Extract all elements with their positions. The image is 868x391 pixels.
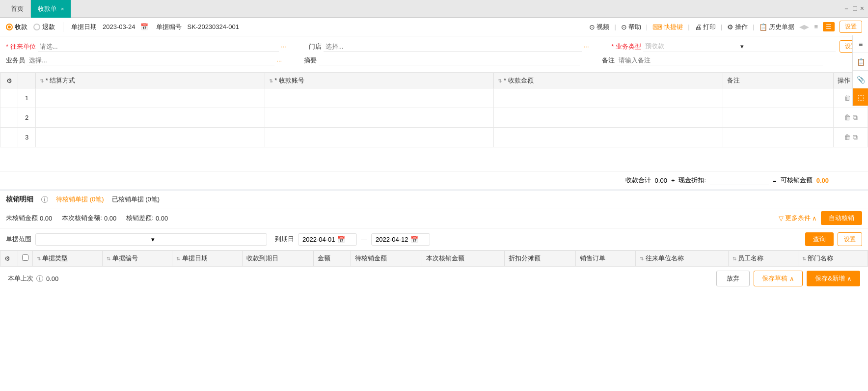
date-icon[interactable]: 📅 [140,23,148,30]
sidebar-icon-2[interactable]: 📋 [853,53,868,71]
radio-refund-circle [33,24,40,30]
store-more-btn[interactable]: ··· [584,43,589,50]
operation-btn[interactable]: ⚙ 操作 [727,23,748,31]
sidebar-icon-4[interactable]: ⬚ [853,88,868,106]
reconcile-section: 核销明细 ℹ 待核销单据 (0笔) 已核销单据 (0笔) 未核销金额 0.00 … [0,189,868,266]
maximize-btn[interactable]: □ [853,4,857,13]
save-draft-btn[interactable]: 保存草稿 ∧ [754,271,803,286]
help-btn[interactable]: ⊙ 帮助 [621,23,641,31]
video-btn[interactable]: ⊙ 视频 [589,23,609,31]
rcol-doc-no: ⇅ 单据编号 [103,251,172,266]
settings-btn[interactable]: 设置 [840,21,862,33]
reconcile-settings-btn[interactable]: 设置 [838,232,862,246]
tab-pending[interactable]: 待核销单据 (0笔) [56,195,104,204]
minimize-btn[interactable]: － [843,4,850,13]
operation-icon: ⚙ [727,23,733,31]
auto-reconcile-btn[interactable]: 自动核销 [821,211,862,225]
rcol-this-time: 本次核销金额 [422,251,504,266]
window-controls: － □ × [843,4,864,13]
row-copy-icon-2[interactable]: ⧉ [853,113,858,122]
row-copy-icon-3[interactable]: ⧉ [853,133,858,141]
rcol-due-date: 收款到期日 [242,251,313,266]
store-input[interactable] [324,42,582,52]
row-delete-icon-1[interactable]: 🗑 [844,94,851,102]
calendar-icon-to: 📅 [410,236,418,243]
help-icon: ⊙ [621,23,627,31]
partner-more-btn[interactable]: ··· [281,43,286,50]
radio-receipt[interactable]: 收款 [6,23,27,31]
save-new-btn[interactable]: 保存&新增 ∧ [807,271,860,286]
reconcile-table: ⚙ ⇅ 单据类型 ⇅ 单据编号 [0,251,868,266]
bottom-bar: 本单上次 ℹ 0.00 放弃 保存草稿 ∧ 保存&新增 ∧ [0,266,868,290]
summary-input[interactable] [319,56,580,65]
range-field: 单据范围 ▾ [6,233,267,246]
save-new-arrow[interactable]: ∧ [847,275,852,282]
radio-group: 收款 退款 [6,23,55,31]
row-delete-icon-2[interactable]: 🗑 [844,113,851,122]
remark-input[interactable] [617,56,823,65]
remark-field: 备注 [602,56,823,65]
doc-field: 单据编号 SK-20230324-001 [156,23,240,31]
filter-row: 单据范围 ▾ 到期日 2022-04-01 📅 — 2022-04-12 📅 [0,228,868,251]
discount-input[interactable] [710,175,769,185]
radio-refund[interactable]: 退款 [33,23,55,31]
right-sidebar: ≡ 📋 📎 ⬚ [852,35,868,106]
row-delete-icon-3[interactable]: 🗑 [844,133,851,141]
reconcile-header: 核销明细 ℹ 待核销单据 (0笔) 已核销单据 (0笔) [0,191,868,208]
reconcile-info-icon[interactable]: ℹ [41,196,48,203]
col-account: ⇅ * 收款账号 [265,73,494,88]
due-date-field: 到期日 2022-04-01 📅 — 2022-04-12 📅 [275,233,797,246]
rcol-check[interactable] [18,251,33,266]
date-field: 单据日期 2023-03-24 📅 [71,23,148,31]
more-conditions-btn[interactable]: ▽ 更多条件 ∧ [779,214,817,223]
close-btn[interactable]: × [860,4,864,13]
date-from-input[interactable]: 2022-04-01 📅 [298,233,357,246]
query-btn[interactable]: 查询 [805,232,834,246]
sidebar-icon-3[interactable]: 📎 [853,71,868,88]
save-draft-arrow[interactable]: ∧ [789,275,794,282]
divider-1 [63,22,63,32]
range-chevron: ▾ [151,236,263,243]
rcol-dept: ⇅ 部门名称 [798,251,868,266]
calendar-icon-from: 📅 [337,236,345,243]
abandon-btn[interactable]: 放弃 [716,271,750,286]
select-all-checkbox[interactable] [22,254,28,261]
history-btn[interactable]: 📋 历史单据 [759,23,794,31]
reconcile-table-wrapper: ⚙ ⇅ 单据类型 ⇅ 单据编号 [0,251,868,266]
data-table: ⚙ ⇅ * 结算方式 ⇅ * 收款账号 ⇅ * 收款金额 [0,73,868,147]
data-table-section: ⚙ ⇅ * 结算方式 ⇅ * 收款账号 ⇅ * 收款金额 [0,73,868,171]
sidebar-icon-1[interactable]: ≡ [853,35,868,53]
staff-field: 业务员 ··· [6,56,282,65]
print-icon: 🖨 [695,23,702,31]
tab-home[interactable]: 首页 [4,0,31,18]
staff-more-btn[interactable]: ··· [276,57,282,64]
per-order-info-icon[interactable]: ℹ [36,275,43,282]
business-type-select[interactable]: 预收款 ▾ [643,41,836,52]
radio-receipt-circle [6,24,13,30]
col-num [18,73,36,88]
history-icon: 📋 [759,23,767,31]
layout-icon[interactable]: ≡ [814,23,818,30]
rcol-partner: ⇅ 往来单位名称 [636,251,728,266]
mode-icon[interactable]: ☰ [823,22,835,31]
rcol-gear[interactable]: ⚙ [0,251,18,266]
shortcut-icon: ⌨ [652,23,662,31]
summary-field: 摘要 [304,56,580,65]
filter-icon: ▽ [779,215,784,222]
main-toolbar: 收款 退款 单据日期 2023-03-24 📅 单据编号 SK-20230324… [0,18,868,36]
date-to-input[interactable]: 2022-04-12 📅 [371,233,430,246]
form-row-2: 业务员 ··· 摘要 备注 [6,56,862,65]
staff-input[interactable] [27,56,274,65]
col-gear[interactable]: ⚙ [0,73,18,88]
tab-receipt-close[interactable]: × [61,6,64,12]
rcol-sales-order: 销售订单 [576,251,636,266]
col-amount: ⇅ * 收款金额 [494,73,723,88]
partner-input[interactable] [38,42,279,52]
range-select[interactable]: ▾ [35,233,267,246]
tab-receipt[interactable]: 收款单 × [31,0,71,18]
print-btn[interactable]: 🖨 打印 [695,23,716,31]
toolbar-right: ⊙ 视频 | ⊙ 帮助 | ⌨ 快捷键 | 🖨 打印 | ⚙ 操作 [589,21,862,33]
form-section: * 往来单位 ··· 门店 ··· * 业务类型 预收款 ▾ 设置 [0,36,868,73]
video-icon: ⊙ [589,23,595,31]
shortcut-btn[interactable]: ⌨ 快捷键 [652,23,683,31]
